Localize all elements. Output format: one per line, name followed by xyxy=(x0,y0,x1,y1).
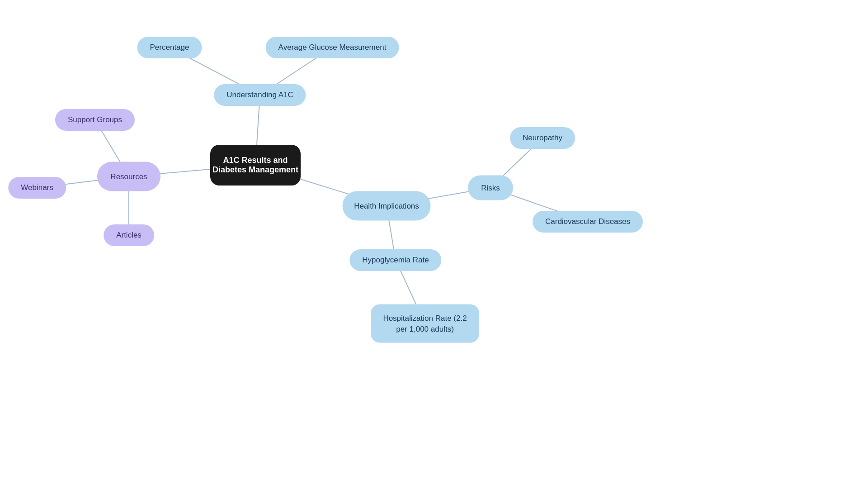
node-label: Neuropathy xyxy=(523,133,562,143)
node-label: Resources xyxy=(110,172,147,181)
node-average-glucose[interactable]: Average Glucose Measurement xyxy=(266,37,399,58)
node-hypoglycemia[interactable]: Hypoglycemia Rate xyxy=(349,249,441,271)
node-label: Hypoglycemia Rate xyxy=(362,256,429,265)
node-risks[interactable]: Risks xyxy=(468,176,513,200)
node-percentage[interactable]: Percentage xyxy=(137,37,202,58)
node-support-groups[interactable]: Support Groups xyxy=(55,109,135,131)
node-label: Average Glucose Measurement xyxy=(278,43,387,52)
node-label: Percentage xyxy=(150,43,189,52)
node-label: Articles xyxy=(116,231,142,240)
node-label: Risks xyxy=(481,183,500,192)
center-label: A1C Results and Diabetes Management xyxy=(210,156,301,175)
node-label: Hospitalization Rate (2.2 per 1,000 adul… xyxy=(382,313,468,334)
center-node[interactable]: A1C Results and Diabetes Management xyxy=(210,145,301,186)
node-cardiovascular[interactable]: Cardiovascular Diseases xyxy=(533,211,643,233)
node-label: Cardiovascular Diseases xyxy=(545,217,630,226)
node-label: Understanding A1C xyxy=(226,90,293,100)
node-neuropathy[interactable]: Neuropathy xyxy=(510,127,575,149)
node-resources[interactable]: Resources xyxy=(97,162,160,191)
node-webinars[interactable]: Webinars xyxy=(8,177,66,199)
node-articles[interactable]: Articles xyxy=(104,224,154,246)
node-hospitalization[interactable]: Hospitalization Rate (2.2 per 1,000 adul… xyxy=(371,304,479,343)
node-label: Health Implications xyxy=(354,201,419,210)
node-label: Support Groups xyxy=(68,115,122,124)
node-label: Webinars xyxy=(21,183,53,192)
node-health-implications[interactable]: Health Implications xyxy=(343,191,431,221)
node-understanding-a1c[interactable]: Understanding A1C xyxy=(214,84,306,106)
